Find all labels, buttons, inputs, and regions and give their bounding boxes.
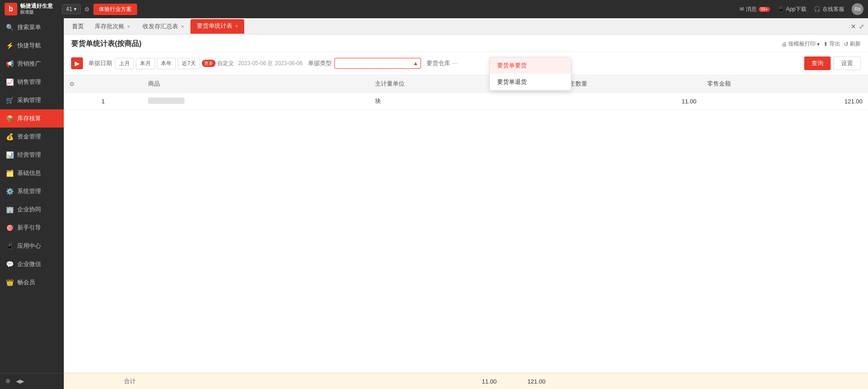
sidebar-bottom: ⚙ ◀▶ [0,373,64,389]
tabs-right: ✕ ⤢ [851,23,864,30]
date-7days-btn[interactable]: 近7天 [178,58,200,69]
filter-date-group: 单据日期 上月 本月 本年 近7天 更多 自定义 2023-05-06 至 20… [88,58,303,69]
sidebar-item-marketing[interactable]: 📢 营销推广 [0,55,64,73]
operations-icon: 📊 [5,151,14,159]
col-quantity: 主数量 [564,75,702,93]
sidebar-item-search[interactable]: 🔍 搜索菜单 [0,18,64,36]
gear-icon[interactable]: ⚙ [5,378,10,384]
type-label: 单据类型 [308,59,332,67]
sidebar-item-operations[interactable]: 📊 经营管理 [0,146,64,164]
sidebar-item-guide[interactable]: 🎯 新手引导 [0,219,64,237]
chevron-down-icon: ▾ [74,6,77,12]
page-title: 要货单统计表(按商品) [71,39,142,49]
sidebar-item-vip[interactable]: 👑 畅会员 [0,273,64,292]
trial-button[interactable]: 体验行业方案 [93,4,137,15]
dropdown-item-order-purchase[interactable]: 要货单要货 [490,57,571,74]
sidebar-item-purchase[interactable]: 🛒 采购管理 [0,91,64,109]
avatar[interactable]: Rit [852,3,863,15]
col-product: 商品 [143,75,370,93]
purchase-icon: 🛒 [5,96,14,104]
company-select[interactable]: 41 ▾ [62,4,81,14]
sidebar-label-vip: 畅会员 [17,278,35,287]
expand-tabs-icon[interactable]: ⤢ [859,23,864,30]
footer-amount: 121.00 [528,378,573,385]
query-button[interactable]: 查询 [804,56,831,70]
sidebar-label-app-center: 应用中心 [17,242,41,250]
sidebar-item-sales[interactable]: 📈 销售管理 [0,73,64,91]
search-icon: 🔍 [5,23,14,31]
table-row: 1 块 11.00 121.00 [64,93,868,110]
online-service-button[interactable]: 🎧 在线客服 [814,5,844,13]
message-icon: ✉ [740,6,744,12]
topbar: b 畅捷通好生意 标准版 41 ▾ ⚙ 体验行业方案 ✉ 消息 99+ 📱 Ap… [0,0,868,18]
refresh-button[interactable]: ↺ 刷新 [844,40,861,48]
export-icon: ⬆ [823,41,828,47]
column-settings-icon[interactable]: ⚙ [69,81,75,87]
col-row-num: ⚙ [64,75,143,93]
date-custom-btn[interactable]: 自定义 [217,60,234,67]
sidebar-label-sales: 销售管理 [17,78,41,86]
sidebar-toggle-icon[interactable]: ◀▶ [16,378,24,384]
tabs-bar: 首页 库存批次账 × 收发存汇总表 × 要货单统计表 × ✕ ⤢ [64,18,868,35]
tab-collect-summary[interactable]: 收发存汇总表 × [136,20,190,33]
close-tab-collect-summary[interactable]: × [181,24,184,29]
print-button[interactable]: 🖨 按模板打印 ▾ [781,40,820,48]
type-dropdown-arrow[interactable]: ▲ [413,60,418,67]
warehouse-label: 要货仓库 [426,59,450,67]
sidebar: 🔍 搜索菜单 ⚡ 快捷导航 📢 营销推广 📈 销售管理 🛒 采购管理 📦 库存核… [0,18,64,389]
basic-icon: 🗂️ [5,169,14,177]
export-button[interactable]: ⬆ 导出 [823,40,840,48]
settings-icon[interactable]: ⚙ [84,6,90,13]
message-label: 消息 [746,5,757,13]
message-badge: 99+ [759,7,770,12]
quick-nav-icon: ⚡ [5,41,14,50]
sidebar-label-enterprise: 企业协同 [17,205,41,214]
cell-unit: 块 [370,93,564,110]
sidebar-item-enterprise[interactable]: 🏢 企业协同 [0,200,64,219]
cell-quantity: 11.00 [564,93,702,110]
main-layout: 🔍 搜索菜单 ⚡ 快捷导航 📢 营销推广 📈 销售管理 🛒 采购管理 📦 库存核… [0,18,868,389]
tab-order-summary[interactable]: 要货单统计表 × [190,19,244,34]
table-footer: 合计 11.00 121.00 [64,373,868,389]
settings-button[interactable]: 设置 [833,56,861,70]
type-dropdown: 要货单要货 要货单退货 [489,57,571,91]
message-button[interactable]: ✉ 消息 99+ [740,5,770,13]
filter-more-icon[interactable]: ··· [452,59,458,67]
sidebar-item-finance[interactable]: 💰 资金管理 [0,128,64,146]
inventory-icon: 📦 [5,114,14,123]
tab-inventory-batch[interactable]: 库存批次账 × [88,20,136,33]
sidebar-label-guide: 新手引导 [17,224,41,232]
sidebar-item-system[interactable]: ⚙️ 系统管理 [0,182,64,200]
footer-label: 合计 [124,377,192,385]
cell-amount: 121.00 [702,93,868,110]
online-service-label: 在线客服 [822,5,844,13]
tab-home[interactable]: 首页 [67,20,88,33]
filter-expand-button[interactable]: ▶ [71,57,83,69]
sidebar-label-marketing: 营销推广 [17,60,41,68]
date-range: 2023-05-06 至 2023-06-06 [238,60,303,67]
close-tab-order-summary[interactable]: × [235,23,238,29]
dropdown-item-order-return[interactable]: 要货单退货 [490,74,571,90]
topbar-right: ✉ 消息 99+ 📱 App下载 🎧 在线客服 Rit [740,3,863,15]
close-tab-inventory-batch[interactable]: × [127,24,130,29]
sidebar-item-quick-nav[interactable]: ⚡ 快捷导航 [0,36,64,55]
sidebar-item-inventory[interactable]: 📦 库存核算 [0,109,64,128]
sidebar-item-basic[interactable]: 🗂️ 基础信息 [0,164,64,182]
refresh-icon: ↺ [844,41,848,47]
topbar-middle: 41 ▾ ⚙ 体验行业方案 [62,4,740,15]
filter-type-input[interactable] [334,58,421,69]
sidebar-item-wechat[interactable]: 💬 企业微信 [0,255,64,273]
enterprise-icon: 🏢 [5,205,14,214]
sidebar-item-app-center[interactable]: 📱 应用中心 [0,237,64,255]
date-last-month-btn[interactable]: 上月 [115,58,134,69]
print-icon: 🖨 [781,41,787,47]
close-all-tabs-icon[interactable]: ✕ [851,23,856,30]
date-this-month-btn[interactable]: 本月 [136,58,155,69]
sidebar-label-purchase: 采购管理 [17,96,41,104]
date-label: 单据日期 [88,59,112,67]
page-actions: 🖨 按模板打印 ▾ ⬆ 导出 ↺ 刷新 [781,40,861,48]
vip-icon: 👑 [5,278,14,287]
app-download-button[interactable]: 📱 App下载 [777,5,806,13]
date-more-badge[interactable]: 更多 [202,60,216,67]
date-this-year-btn[interactable]: 本年 [157,58,176,69]
